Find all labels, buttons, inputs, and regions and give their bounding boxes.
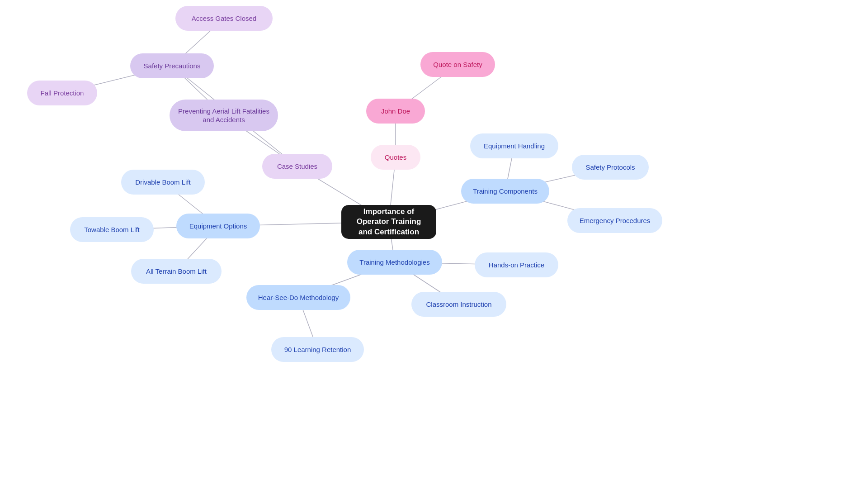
node-drivableBoomLift[interactable]: Drivable Boom Lift <box>121 170 205 195</box>
node-preventingAerial[interactable]: Preventing Aerial Lift Fatalities and Ac… <box>170 100 278 131</box>
node-trainingComponents[interactable]: Training Components <box>461 179 549 204</box>
node-allTerrainBoomLift[interactable]: All Terrain Boom Lift <box>131 259 222 284</box>
mindmap-container: Importance of Operator Training and Cert… <box>0 0 868 490</box>
node-johnDoe[interactable]: John Doe <box>366 99 425 124</box>
node-safetyProtocols[interactable]: Safety Protocols <box>572 155 649 180</box>
node-accessGatesClosed[interactable]: Access Gates Closed <box>175 6 273 31</box>
node-quotes[interactable]: Quotes <box>371 145 420 170</box>
node-handsOnPractice[interactable]: Hands-on Practice <box>475 252 558 277</box>
node-equipmentHandling[interactable]: Equipment Handling <box>470 133 558 158</box>
node-classroomInstruction[interactable]: Classroom Instruction <box>411 292 506 317</box>
node-quoteOnSafety[interactable]: Quote on Safety <box>420 52 495 77</box>
node-90LearningRetention[interactable]: 90 Learning Retention <box>271 337 364 362</box>
node-safetyPrecautions[interactable]: Safety Precautions <box>130 53 214 78</box>
node-towableBoomLift[interactable]: Towable Boom Lift <box>70 217 154 242</box>
node-fallProtection[interactable]: Fall Protection <box>27 81 97 105</box>
node-caseStudies[interactable]: Case Studies <box>262 154 332 179</box>
node-emergencyProcedures[interactable]: Emergency Procedures <box>567 208 662 233</box>
node-equipmentOptions[interactable]: Equipment Options <box>176 214 260 238</box>
node-hearSeeDo[interactable]: Hear-See-Do Methodology <box>246 285 350 310</box>
node-trainingMethodologies[interactable]: Training Methodologies <box>347 250 442 275</box>
node-center[interactable]: Importance of Operator Training and Cert… <box>341 205 436 239</box>
